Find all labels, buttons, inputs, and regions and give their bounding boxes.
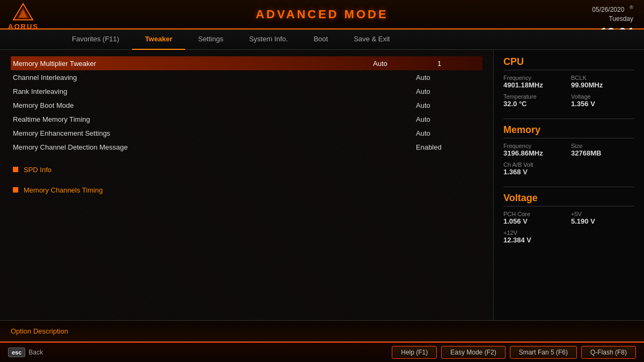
plus5v-value: 5.190 V	[571, 217, 634, 225]
plus5v-item: +5V 5.190 V	[571, 211, 634, 225]
settings-row-4[interactable]: Realtime Memory TimingAuto	[11, 112, 482, 126]
smart-fan-button[interactable]: Smart Fan 5 (F6)	[510, 346, 577, 359]
cpu-bclk-value: 99.90MHz	[571, 81, 634, 89]
cpu-bclk-label: BCLK	[571, 75, 634, 81]
plus5v-label: +5V	[571, 211, 634, 217]
divider-cpu-memory	[503, 119, 634, 119]
nav-tab-sysinfo[interactable]: System Info.	[236, 29, 301, 50]
pch-core-label: PCH Core	[503, 211, 567, 217]
nav-tab-settings[interactable]: Settings	[185, 29, 236, 50]
spd-info-bullet	[13, 167, 18, 172]
setting-name-4: Realtime Memory Timing	[13, 115, 416, 123]
setting-name-0: Memory Multiplier Tweaker	[13, 60, 373, 68]
settings-row-6[interactable]: Memory Channel Detection MessageEnabled	[11, 140, 482, 154]
settings-row-2[interactable]: Rank InterleavingAuto	[11, 84, 482, 98]
setting-name-1: Channel Interleaving	[13, 73, 416, 82]
plus12v-item: +12V 12.384 V	[503, 230, 634, 244]
memory-size-label: Size	[571, 143, 634, 149]
memory-size-value: 32768MB	[571, 149, 634, 157]
memory-channels-timing-section[interactable]: Memory Channels Timing	[11, 181, 482, 199]
memory-info-grid: Frequency 3196.86MHz Size 32768MB Ch A/B…	[503, 143, 634, 178]
cpu-bclk-item: BCLK 99.90MHz	[571, 75, 634, 89]
cpu-frequency-label: Frequency	[503, 75, 567, 81]
memory-frequency-label: Frequency	[503, 143, 567, 149]
memory-size-item: Size 32768MB	[571, 143, 634, 157]
settings-row-0[interactable]: Memory Multiplier TweakerAuto1	[11, 56, 482, 70]
logo-area: AORUS	[8, 3, 39, 31]
pch-core-value: 1.056 V	[503, 217, 567, 225]
memory-info-section: Memory Frequency 3196.86MHz Size 32768MB…	[503, 124, 634, 178]
esc-key[interactable]: esc	[8, 348, 25, 357]
settings-row-1[interactable]: Channel InterleavingAuto	[11, 70, 482, 84]
cpu-info-section: CPU Frequency 4901.18MHz BCLK 99.90MHz T…	[503, 56, 634, 110]
date-display: 05/26/2020 ®	[592, 4, 633, 14]
setting-name-6: Memory Channel Detection Message	[13, 143, 416, 151]
nav-tab-favorites[interactable]: Favorites (F11)	[59, 29, 132, 50]
setting-value2-0: 1	[437, 60, 480, 68]
cpu-voltage-value: 1.356 V	[571, 100, 634, 108]
qflash-button[interactable]: Q-Flash (F8)	[581, 346, 636, 359]
voltage-info-grid: PCH Core 1.056 V +5V 5.190 V +12V 12.384…	[503, 211, 634, 246]
settings-row-5[interactable]: Memory Enhancement SettingsAuto	[11, 126, 482, 140]
memory-chvolt-label: Ch A/B Volt	[503, 161, 634, 168]
day-display: Tuesday	[592, 14, 633, 24]
bottom-bar: esc Back Help (F1) Easy Mode (F2) Smart …	[0, 342, 644, 362]
voltage-info-section: Voltage PCH Core 1.056 V +5V 5.190 V +12…	[503, 193, 634, 246]
page-title: ADVANCED MODE	[255, 8, 388, 21]
plus12v-value: 12.384 V	[503, 236, 634, 244]
cpu-voltage-item: Voltage 1.356 V	[571, 93, 634, 108]
setting-name-5: Memory Enhancement Settings	[13, 129, 416, 137]
cpu-voltage-label: Voltage	[571, 93, 634, 100]
cpu-info-grid: Frequency 4901.18MHz BCLK 99.90MHz Tempe…	[503, 75, 634, 110]
setting-value-2: Auto	[416, 87, 480, 95]
aorus-logo-icon	[12, 3, 34, 21]
setting-value-6: Enabled	[416, 143, 480, 151]
esc-label: Back	[28, 349, 43, 356]
setting-name-3: Memory Boot Mode	[13, 101, 416, 109]
divider-memory-voltage	[503, 187, 634, 187]
spd-info-section[interactable]: SPD Info	[11, 160, 482, 179]
right-panel: CPU Frequency 4901.18MHz BCLK 99.90MHz T…	[494, 50, 644, 320]
option-description-label: Option Description	[11, 327, 68, 335]
setting-value-3: Auto	[416, 101, 480, 109]
memory-frequency-item: Frequency 3196.86MHz	[503, 143, 567, 157]
cpu-frequency-value: 4901.18MHz	[503, 81, 567, 89]
settings-table: Memory Multiplier TweakerAuto1Channel In…	[11, 56, 482, 154]
spd-info-label: SPD Info	[24, 166, 52, 174]
memory-chvolt-value: 1.368 V	[503, 168, 634, 176]
help-button[interactable]: Help (F1)	[392, 346, 437, 359]
main-content: Memory Multiplier TweakerAuto1Channel In…	[0, 50, 644, 320]
nav-tab-tweaker[interactable]: Tweaker	[132, 29, 185, 50]
plus12v-label: +12V	[503, 230, 634, 236]
setting-value-5: Auto	[416, 129, 480, 137]
cpu-temperature-value: 32.0 °C	[503, 100, 567, 108]
cpu-title: CPU	[503, 56, 634, 70]
memory-channels-label: Memory Channels Timing	[24, 186, 103, 194]
option-description-bar: Option Description	[0, 320, 644, 342]
cpu-frequency-item: Frequency 4901.18MHz	[503, 75, 567, 89]
setting-value-1: Auto	[416, 73, 480, 82]
voltage-title: Voltage	[503, 193, 634, 206]
memory-title: Memory	[503, 124, 634, 138]
setting-value-0: Auto	[373, 60, 437, 68]
easy-mode-button[interactable]: Easy Mode (F2)	[441, 346, 505, 359]
cpu-temperature-item: Temperature 32.0 °C	[503, 93, 567, 108]
memory-channels-bullet	[13, 187, 18, 193]
esc-back-group: esc Back	[8, 348, 43, 357]
nav-tab-saveexit[interactable]: Save & Exit	[341, 29, 402, 50]
memory-chvolt-item: Ch A/B Volt 1.368 V	[503, 161, 634, 176]
setting-name-2: Rank Interleaving	[13, 87, 416, 95]
nav-bar: Favorites (F11)TweakerSettingsSystem Inf…	[0, 29, 644, 50]
settings-row-3[interactable]: Memory Boot ModeAuto	[11, 98, 482, 112]
header-bar: AORUS ADVANCED MODE 05/26/2020 ® Tuesday…	[0, 0, 644, 29]
memory-frequency-value: 3196.86MHz	[503, 149, 567, 157]
cpu-temperature-label: Temperature	[503, 93, 567, 100]
nav-tab-boot[interactable]: Boot	[301, 29, 341, 50]
left-panel: Memory Multiplier TweakerAuto1Channel In…	[0, 50, 494, 320]
pch-core-item: PCH Core 1.056 V	[503, 211, 567, 225]
setting-value-4: Auto	[416, 115, 480, 123]
